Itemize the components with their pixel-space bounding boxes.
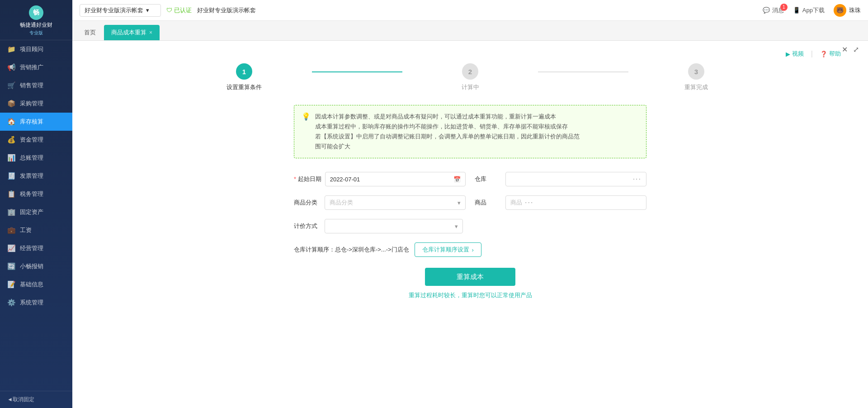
sidebar-item-ops[interactable]: 📈 经营管理 (0, 239, 72, 257)
form-section: 起始日期 2022-07-01 📅 仓库 ··· (294, 172, 646, 299)
recalc-sub-tip: 重算过程耗时较长，重算时您可以正常使用产品 (294, 291, 646, 299)
form-group-start-date: 起始日期 2022-07-01 📅 (294, 172, 466, 186)
warehouse-field[interactable]: ··· (505, 172, 646, 186)
sidebar-item-label: 税务管理 (20, 190, 43, 198)
sidebar-item-basic[interactable]: 📝 基础信息 (0, 275, 72, 294)
step-line-2 (538, 71, 628, 72)
sidebar-logo: 畅 畅捷通好业财 专业版 (0, 0, 72, 40)
step-1-label: 设置重算条件 (226, 83, 262, 91)
sidebar-item-salary[interactable]: 💼 工资 (0, 221, 72, 239)
accounting-icon: 📊 (7, 154, 15, 162)
sidebar-item-label: 项目顾问 (20, 45, 43, 53)
verified-label: 已认证 (174, 6, 192, 14)
app-logo-icon: 畅 (29, 5, 43, 20)
user-name: 珠珠 (849, 6, 861, 14)
account-select[interactable]: 好业财专业版演示帐套 ▾ (80, 4, 161, 17)
expand-button[interactable]: ⤢ (853, 45, 859, 54)
message-button[interactable]: 💬 消息 1 (763, 6, 784, 14)
message-icon: 💬 (763, 7, 770, 14)
sidebar-unpin-button[interactable]: ◄取消固定 (0, 391, 72, 408)
sidebar-item-purchase[interactable]: 📦 采购管理 (0, 95, 72, 113)
app-download-button[interactable]: 📱 App下载 (793, 6, 825, 14)
steps-container: 1 设置重算条件 2 计算中 3 重算完成 (90, 54, 850, 91)
inventory-icon: 🏠 (7, 118, 15, 126)
sidebar-item-invoice[interactable]: 🧾 发票管理 (0, 167, 72, 185)
marketing-icon: 📢 (7, 63, 15, 71)
expense-icon: 🔄 (7, 262, 15, 270)
product-placeholder: 商品 (510, 199, 522, 207)
sidebar-item-label: 系统管理 (20, 299, 43, 307)
window-controls: ✕ ⤢ (842, 45, 859, 54)
form-row-1: 起始日期 2022-07-01 📅 仓库 ··· (294, 172, 646, 186)
sidebar-item-assets[interactable]: 🏢 固定资产 (0, 203, 72, 221)
sidebar-item-marketing[interactable]: 📢 营销推广 (0, 58, 72, 76)
sidebar-item-project[interactable]: 📁 项目顾问 (0, 40, 72, 58)
close-button[interactable]: ✕ (842, 45, 848, 54)
info-line-4: 围可能会扩大 (315, 142, 580, 152)
warehouse-more-icon[interactable]: ··· (633, 175, 642, 183)
pricing-label: 计价方式 (294, 222, 321, 230)
purchase-icon: 📦 (7, 100, 15, 108)
warehouse-order-label: 仓库计算顺序：总仓->深圳仓库->...->门店仓 (294, 246, 409, 254)
tab-home-label: 首页 (84, 28, 96, 37)
step-2-label: 计算中 (462, 83, 479, 91)
tab-close-icon[interactable]: × (149, 29, 152, 36)
message-badge: 1 (780, 4, 788, 11)
chevron-right-icon: › (472, 247, 474, 253)
chevron-down-icon: ▾ (455, 223, 458, 230)
chevron-down-icon: ▾ (146, 7, 149, 14)
product-field[interactable]: 商品 ··· (505, 195, 646, 210)
finance-icon: 💰 (7, 136, 15, 144)
sidebar-item-label: 基础信息 (20, 280, 43, 289)
sidebar-item-system[interactable]: ⚙️ 系统管理 (0, 294, 72, 312)
sidebar-item-label: 库存核算 (20, 118, 43, 126)
tab-cost-recalc[interactable]: 商品成本重算 × (104, 25, 160, 40)
sidebar-item-label: 总账管理 (20, 154, 43, 162)
unpin-label: ◄取消固定 (7, 396, 34, 403)
sidebar-item-label: 营销推广 (20, 63, 43, 71)
sidebar-item-tax[interactable]: 📋 税务管理 (0, 185, 72, 203)
app-edition: 专业版 (29, 30, 43, 36)
form-group-product: 商品 商品 ··· (475, 195, 646, 210)
start-date-label: 起始日期 (294, 175, 321, 183)
basic-icon: 📝 (7, 280, 15, 289)
step-1-circle: 1 (236, 63, 252, 80)
warehouse-order-btn-label: 仓库计算顺序设置 (422, 246, 469, 254)
sidebar-item-finance[interactable]: 💰 资金管理 (0, 131, 72, 149)
content-area: ✕ ⤢ ▶ 视频 | ❓ 帮助 1 (72, 41, 868, 408)
calendar-icon[interactable]: 📅 (453, 176, 461, 183)
sidebar: 畅 畅捷通好业财 专业版 📁 项目顾问 📢 营销推广 🛒 销售管理 📦 采购管理… (0, 0, 72, 408)
phone-icon: 📱 (793, 7, 800, 14)
avatar: 🐻 (834, 4, 846, 17)
category-select[interactable]: 商品分类 ▾ (325, 195, 466, 210)
sidebar-item-inventory[interactable]: 🏠 库存核算 (0, 113, 72, 131)
sidebar-item-sales[interactable]: 🛒 销售管理 (0, 76, 72, 95)
bulb-icon: 💡 (302, 112, 311, 121)
main-area: 好业财专业版演示帐套 ▾ 🛡 已认证 好业财专业版演示帐套 💬 消息 1 📱 A… (72, 0, 868, 408)
sales-icon: 🛒 (7, 81, 15, 90)
product-more-icon[interactable]: ··· (525, 199, 533, 207)
sidebar-item-label: 小畅报销 (20, 262, 43, 270)
form-group-warehouse: 仓库 ··· (475, 172, 646, 186)
step-2-num: 2 (468, 68, 472, 76)
step-1-num: 1 (242, 68, 246, 76)
sidebar-item-label: 经营管理 (20, 244, 43, 252)
start-date-value: 2022-07-01 (330, 176, 451, 183)
app-name: 畅捷通好业财 (20, 22, 52, 29)
sidebar-item-accounting[interactable]: 📊 总账管理 (0, 149, 72, 167)
ops-icon: 📈 (7, 244, 15, 252)
tab-bar: 首页 商品成本重算 × (72, 21, 868, 41)
tab-home[interactable]: 首页 (77, 25, 103, 40)
warehouse-order-btn[interactable]: 仓库计算顺序设置 › (415, 242, 481, 257)
form-row-3: 计价方式 ▾ (294, 219, 646, 233)
sidebar-item-expense[interactable]: 🔄 小畅报销 (0, 257, 72, 275)
tax-icon: 📋 (7, 190, 15, 198)
system-icon: ⚙️ (7, 299, 15, 307)
start-date-field[interactable]: 2022-07-01 📅 (325, 172, 466, 186)
recalc-button[interactable]: 重算成本 (425, 268, 515, 286)
category-label: 商品分类 (294, 199, 321, 207)
step-1: 1 设置重算条件 (176, 63, 312, 91)
user-menu[interactable]: 🐻 珠珠 (834, 4, 861, 17)
verified-badge: 🛡 已认证 (166, 6, 192, 14)
pricing-select[interactable]: ▾ (325, 219, 463, 233)
